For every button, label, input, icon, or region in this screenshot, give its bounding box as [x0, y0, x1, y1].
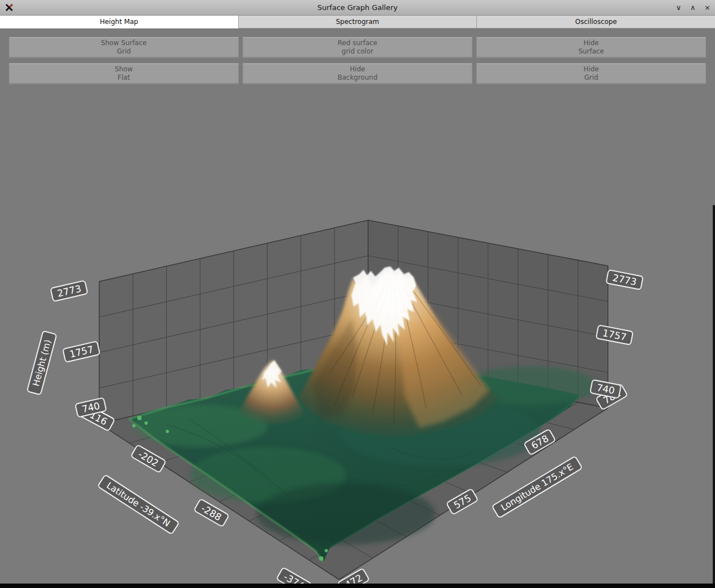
- window-right-edge: [713, 205, 715, 584]
- app-window: Surface Graph Gallery ∨ ∧ × Height Map S…: [0, 0, 715, 588]
- window-controls: ∨ ∧ ×: [676, 4, 711, 11]
- tab-spectrogram[interactable]: Spectrogram: [239, 16, 477, 28]
- toggle-flat-button[interactable]: Show Flat: [9, 63, 239, 84]
- window-title: Surface Graph Gallery: [0, 3, 715, 12]
- tab-height-map[interactable]: Height Map: [0, 16, 239, 28]
- toggle-background-button[interactable]: Hide Background: [243, 63, 472, 84]
- toggle-surface-grid-button[interactable]: Show Surface Grid: [9, 37, 239, 58]
- surface-plot[interactable]: 2773 1757 740 Height (m) 2773 1757 740 -…: [0, 85, 715, 588]
- tab-bar: Height Map Spectrogram Oscilloscope: [0, 16, 715, 28]
- titlebar: Surface Graph Gallery ∨ ∧ ×: [0, 0, 715, 16]
- unshade-icon[interactable]: ∧: [690, 4, 696, 11]
- toggle-grid-button[interactable]: Hide Grid: [476, 63, 706, 84]
- toggle-surface-button[interactable]: Hide Surface: [476, 37, 706, 58]
- window-bottom-edge: [0, 584, 715, 588]
- surface-grid-color-button[interactable]: Red surface grid color: [243, 37, 472, 58]
- tab-oscilloscope[interactable]: Oscilloscope: [477, 16, 715, 28]
- close-icon[interactable]: ×: [704, 4, 711, 11]
- shade-icon[interactable]: ∨: [676, 4, 682, 11]
- button-panel: Show Surface Grid Red surface grid color…: [0, 28, 715, 90]
